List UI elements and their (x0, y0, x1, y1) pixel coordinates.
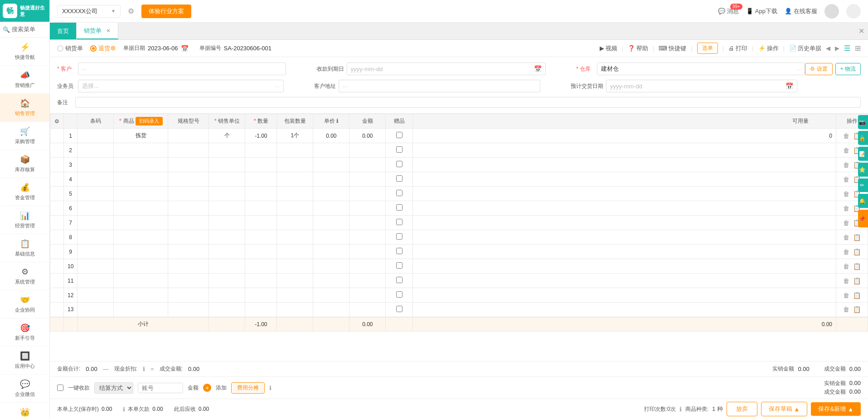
row-amount-12[interactable] (349, 288, 386, 303)
row-qty-12[interactable] (245, 288, 277, 303)
row-qty-9[interactable] (245, 245, 277, 259)
row-barcode-10[interactable] (78, 259, 114, 274)
row-pack-4[interactable] (277, 172, 313, 187)
one-click-pay-checkbox[interactable] (57, 385, 63, 391)
row-gift-checkbox-8[interactable] (396, 233, 402, 240)
warehouse-input[interactable]: 建材仓 ··· (597, 63, 805, 75)
sale-order-radio[interactable]: 销货单 (57, 44, 83, 53)
salesperson-input[interactable]: 选择... ··· (78, 80, 284, 92)
sidebar-item-system[interactable]: ⚙系统管理 (0, 262, 49, 290)
row-price-8[interactable] (313, 230, 349, 245)
row-settings-7[interactable] (50, 216, 64, 230)
row-copy-btn-12[interactable]: 📋 (852, 291, 862, 300)
trial-button[interactable]: 体验行业方案 (141, 5, 191, 18)
row-gift-5[interactable] (386, 187, 413, 201)
message-action[interactable]: 💬 消息 99+ (718, 7, 739, 15)
row-gift-10[interactable] (386, 259, 413, 274)
row-spec-1[interactable] (168, 129, 209, 143)
rfb-edit[interactable]: ✏ (858, 178, 868, 192)
row-unit-3[interactable] (209, 158, 245, 172)
row-qty-5[interactable] (245, 187, 277, 201)
row-settings-6[interactable] (50, 201, 64, 216)
row-amount-2[interactable] (349, 143, 386, 158)
row-settings-11[interactable] (50, 274, 64, 288)
sidebar-item-sales[interactable]: 🏠销售管理 (0, 94, 49, 122)
operation-action[interactable]: ⚡ 操作 (758, 44, 779, 53)
row-barcode-2[interactable] (78, 143, 114, 158)
rfb-star[interactable]: ⭐ (858, 163, 868, 177)
row-gift-checkbox-10[interactable] (396, 262, 402, 269)
row-amount-13[interactable] (349, 303, 386, 317)
sidebar-item-guide[interactable]: 🎯新手引导 (0, 318, 49, 347)
expense-split-btn[interactable]: 费用分摊 (231, 382, 265, 394)
row-gift-checkbox-7[interactable] (396, 219, 402, 225)
rfb-lock[interactable]: 🔒 (858, 131, 868, 145)
row-barcode-8[interactable] (78, 230, 114, 245)
row-price-5[interactable] (313, 187, 349, 201)
account-input[interactable] (138, 383, 183, 393)
scan-btn[interactable]: 扫码录入 (136, 117, 163, 125)
row-qty-1[interactable]: -1.00 (245, 129, 277, 143)
row-unit-11[interactable] (209, 274, 245, 288)
row-qty-4[interactable] (245, 172, 277, 187)
row-delete-btn-11[interactable]: 🗑 (842, 276, 850, 285)
row-copy-btn-8[interactable]: 📋 (852, 233, 862, 242)
app-download-action[interactable]: 📱 App下载 (746, 7, 777, 15)
row-gift-6[interactable] (386, 201, 413, 216)
row-product-3[interactable] (114, 158, 168, 172)
row-product-7[interactable] (114, 216, 168, 230)
row-pack-9[interactable] (277, 245, 313, 259)
avatar2[interactable] (846, 4, 861, 19)
row-pack-12[interactable] (277, 288, 313, 303)
row-spec-2[interactable] (168, 143, 209, 158)
row-unit-4[interactable] (209, 172, 245, 187)
shortcut-action[interactable]: ⌨ 快捷键 (659, 44, 686, 53)
row-unit-7[interactable] (209, 216, 245, 230)
row-product-9[interactable] (114, 245, 168, 259)
row-amount-8[interactable] (349, 230, 386, 245)
row-price-3[interactable] (313, 158, 349, 172)
row-delete-btn-12[interactable]: 🗑 (842, 291, 850, 300)
setting-button[interactable]: ⚙ 设置 (805, 63, 832, 75)
print-help-icon[interactable]: ℹ (679, 406, 682, 413)
row-barcode-5[interactable] (78, 187, 114, 201)
row-qty-13[interactable] (245, 303, 277, 317)
row-delete-btn-6[interactable]: 🗑 (842, 204, 850, 213)
row-spec-7[interactable] (168, 216, 209, 230)
rfb-camera[interactable]: 📷 (858, 115, 868, 129)
date-value[interactable]: 2023-06-06 (148, 45, 178, 52)
row-barcode-7[interactable] (78, 216, 114, 230)
row-product-10[interactable] (114, 259, 168, 274)
row-gift-13[interactable] (386, 303, 413, 317)
row-gift-checkbox-2[interactable] (396, 146, 402, 153)
customer-input[interactable]: ··· (78, 63, 286, 75)
row-settings-8[interactable] (50, 230, 64, 245)
delivery-date-input[interactable]: yyyy-mm-dd 📅 (606, 80, 797, 92)
sidebar-item-quick-nav[interactable]: ⚡快捷导航 (0, 38, 49, 66)
row-gift-1[interactable] (386, 129, 413, 143)
row-qty-7[interactable] (245, 216, 277, 230)
row-barcode-9[interactable] (78, 245, 114, 259)
row-unit-8[interactable] (209, 230, 245, 245)
row-pack-1[interactable]: 1个 (277, 129, 313, 143)
row-copy-btn-11[interactable]: 📋 (852, 276, 862, 285)
row-delete-btn-10[interactable]: 🗑 (842, 262, 850, 271)
help-action[interactable]: ❓ 帮助 (628, 44, 648, 53)
customer-service-action[interactable]: 👤 在线客服 (785, 7, 817, 15)
expense-help-icon[interactable]: ℹ (269, 385, 272, 391)
sidebar-item-inventory[interactable]: 📦库存核算 (0, 150, 49, 178)
doc-credit-help-icon[interactable]: ℹ (123, 406, 125, 413)
sidebar-item-purchase[interactable]: 🛒采购管理 (0, 122, 49, 150)
nav-prev-icon[interactable]: ◀ (826, 45, 830, 52)
row-pack-7[interactable] (277, 216, 313, 230)
row-delete-btn-2[interactable]: 🗑 (842, 146, 850, 155)
due-date-calendar-icon[interactable]: 📅 (534, 65, 542, 72)
row-delete-btn-13[interactable]: 🗑 (842, 305, 850, 314)
payment-method-select[interactable]: 结算方式 (94, 382, 133, 394)
row-qty-11[interactable] (245, 274, 277, 288)
row-price-11[interactable] (313, 274, 349, 288)
sidebar-item-member[interactable]: 👑畅会员 (0, 403, 49, 419)
row-product-6[interactable] (114, 201, 168, 216)
row-gift-7[interactable] (386, 216, 413, 230)
rfb-bell[interactable]: 🔔 (858, 194, 868, 208)
